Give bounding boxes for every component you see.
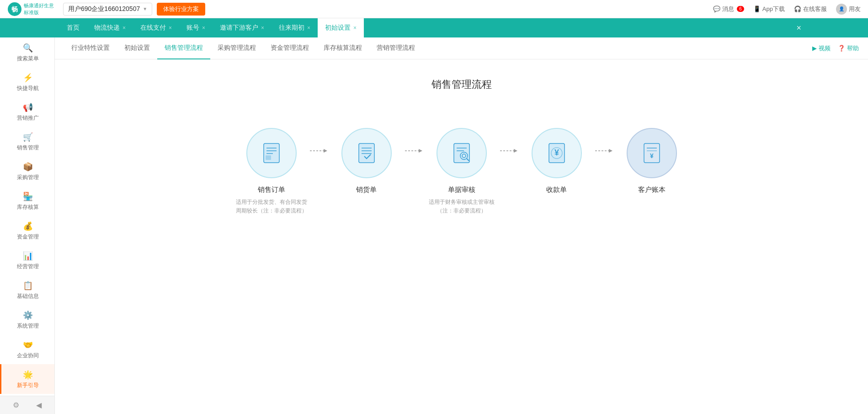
close-icon[interactable]: × <box>122 25 126 31</box>
finance-icon: 💰 <box>23 221 33 231</box>
sidebar-item-system[interactable]: ⚙️ 系统管理 <box>0 305 54 334</box>
avatar: 👤 <box>836 4 847 15</box>
close-icon[interactable]: × <box>353 25 357 31</box>
flow-step-receipt[interactable]: ¥ 收款单 <box>520 128 593 198</box>
flow-arrow-4 <box>593 146 615 155</box>
online-service-button[interactable]: 🎧 在线客服 <box>794 5 827 13</box>
sidebar-item-search[interactable]: 🔍 搜索菜单 <box>0 37 54 67</box>
audit-icon <box>449 141 474 165</box>
message-button[interactable]: 💬 消息 6 <box>713 5 744 13</box>
tab-history[interactable]: 往来期初 × <box>272 18 318 37</box>
flow-step-desc: 适用于财务审核或主管审核（注：非必要流程） <box>425 198 498 215</box>
message-icon: 💬 <box>713 5 720 12</box>
top-bar: 畅 畅康通好生意 标准版 用户690企业1660120507 ▼ 体验行业方案 … <box>0 0 868 18</box>
subtab-industry[interactable]: 行业特性设置 <box>64 37 117 59</box>
arrow-icon <box>595 146 613 155</box>
subtab-finance-flow[interactable]: 资金管理流程 <box>263 37 316 59</box>
flow-step-delivery[interactable]: 销货单 <box>330 128 403 198</box>
logo-text: 畅康通好生意 标准版 <box>24 2 54 16</box>
sidebar-item-system-label: 系统管理 <box>17 322 39 330</box>
flow-arrow-3 <box>498 146 520 155</box>
logo: 畅 畅康通好生意 标准版 <box>7 0 54 19</box>
sidebar-item-inventory[interactable]: 🏪 库存核算 <box>0 186 54 216</box>
flow-step-name: 收款单 <box>546 186 567 194</box>
flow-step-audit[interactable]: 单据审核 适用于财务审核或主管审核（注：非必要流程） <box>425 128 498 215</box>
sidebar-item-purchase[interactable]: 📦 采购管理 <box>0 156 54 186</box>
purchase-icon: 📦 <box>23 162 33 172</box>
try-industry-button[interactable]: 体验行业方案 <box>157 3 205 16</box>
sidebar-item-quick-label: 快捷导航 <box>17 85 39 92</box>
top-bar-right: 💬 消息 6 📱 App下载 🎧 在线客服 👤 用友 <box>713 4 861 15</box>
flow-arrow-1 <box>308 146 330 155</box>
svg-text:畅: 畅 <box>11 5 18 13</box>
flow-step-name: 销售订单 <box>258 186 285 194</box>
settings-button[interactable]: ⚙ <box>13 401 19 409</box>
flow-step-name: 单据审核 <box>448 186 475 194</box>
sidebar-item-sales[interactable]: 🛒 销售管理 <box>0 127 54 156</box>
sidebar-item-marketing[interactable]: 📢 营销推广 <box>0 97 54 127</box>
tab-home[interactable]: 首页 <box>59 18 87 37</box>
sidebar-item-inventory-label: 库存核算 <box>17 203 39 211</box>
guide-icon: 🌟 <box>23 370 33 380</box>
close-icon[interactable]: × <box>307 25 310 31</box>
user-avatar-button[interactable]: 👤 用友 <box>836 4 861 15</box>
system-icon: ⚙️ <box>23 310 33 320</box>
sidebar-item-collab[interactable]: 🤝 企业协同 <box>0 334 54 364</box>
close-all-tabs-button[interactable]: × <box>789 23 809 33</box>
flow-step-ledger[interactable]: ¥ 客户账本 <box>615 128 688 198</box>
flow-step-name: 销货单 <box>356 186 377 194</box>
chevron-down-icon: ▼ <box>143 6 147 11</box>
quick-nav-icon: ⚡ <box>23 73 33 83</box>
help-button[interactable]: ❓ 帮助 <box>838 44 859 53</box>
sidebar-item-operation-label: 经营管理 <box>17 263 39 271</box>
app-download-button[interactable]: 📱 App下载 <box>753 5 785 13</box>
close-icon[interactable]: × <box>202 25 205 31</box>
close-icon[interactable]: × <box>169 25 172 31</box>
arrow-icon <box>405 146 423 155</box>
sub-tab-actions: ▶ 视频 ❓ 帮助 <box>812 44 859 53</box>
flow-circle-sales-order <box>246 128 297 178</box>
subtab-sales-flow[interactable]: 销售管理流程 <box>157 37 210 59</box>
sidebar-item-guide[interactable]: 🌟 新手引导 <box>0 364 54 394</box>
tab-invite[interactable]: 邀请下游客户 × <box>213 18 272 37</box>
operation-icon: 📊 <box>23 251 33 261</box>
content-area: 销售管理流程 销售订单 适用于分批发货、有合同发货周期较长（注：非必要流程） <box>55 59 868 243</box>
main-content: 行业特性设置 初始设置 销售管理流程 采购管理流程 资金管理流程 库存核算流程 … <box>55 37 868 414</box>
tab-initial-settings[interactable]: 初始设置 × <box>318 18 364 37</box>
flow-circle-audit <box>437 128 487 178</box>
close-icon[interactable]: × <box>261 25 264 31</box>
sales-icon: 🛒 <box>23 132 33 142</box>
arrow-icon <box>500 146 518 155</box>
user-name: 用友 <box>849 5 861 13</box>
logo-icon: 畅 <box>7 2 22 16</box>
message-label: 消息 <box>722 5 734 13</box>
subtab-marketing-flow[interactable]: 营销管理流程 <box>369 37 422 59</box>
flow-step-sales-order[interactable]: 销售订单 适用于分批发货、有合同发货周期较长（注：非必要流程） <box>235 128 308 215</box>
sidebar-item-basic[interactable]: 📋 基础信息 <box>0 275 54 305</box>
flow-step-desc: 适用于分批发货、有合同发货周期较长（注：非必要流程） <box>235 198 308 215</box>
subtab-inventory-flow[interactable]: 库存核算流程 <box>316 37 369 59</box>
tab-payment[interactable]: 在线支付 × <box>133 18 179 37</box>
tab-account[interactable]: 账号 × <box>179 18 213 37</box>
sidebar-item-collab-label: 企业协同 <box>17 352 39 360</box>
flow-circle-delivery <box>341 128 392 178</box>
sidebar-item-marketing-label: 营销推广 <box>17 114 39 122</box>
subtab-purchase-flow[interactable]: 采购管理流程 <box>210 37 263 59</box>
user-label: 用户690企业1660120507 <box>68 5 140 13</box>
svg-rect-11 <box>359 143 374 163</box>
basic-icon: 📋 <box>23 281 33 291</box>
flow-arrow-2 <box>403 146 425 155</box>
subtab-initial[interactable]: 初始设置 <box>117 37 157 59</box>
flow-step-name: 客户账本 <box>638 186 666 194</box>
service-label: 在线客服 <box>803 5 827 13</box>
collapse-sidebar-button[interactable]: ◀ <box>36 401 42 409</box>
tab-logistics[interactable]: 物流快递 × <box>87 18 133 37</box>
sales-order-icon <box>259 141 284 165</box>
video-button[interactable]: ▶ 视频 <box>812 44 831 53</box>
headset-icon: 🎧 <box>794 5 801 12</box>
user-selector[interactable]: 用户690企业1660120507 ▼ <box>63 3 152 16</box>
sidebar-item-finance[interactable]: 💰 资金管理 <box>0 216 54 245</box>
sidebar-item-quick[interactable]: ⚡ 快捷导航 <box>0 67 54 97</box>
sidebar-item-operation[interactable]: 📊 经营管理 <box>0 245 54 275</box>
svg-point-20 <box>460 152 468 159</box>
